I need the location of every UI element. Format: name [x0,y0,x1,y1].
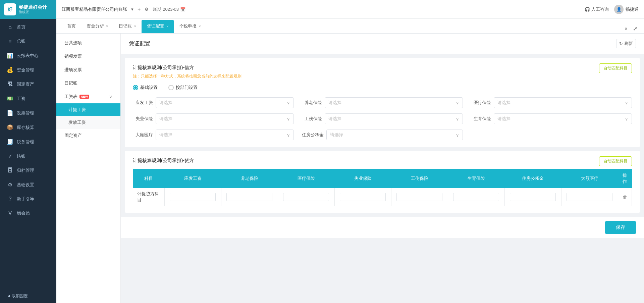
expand-button[interactable]: ⤢ [632,24,639,33]
tab-voucher-close[interactable]: × [166,24,168,28]
left-nav-payroll-group[interactable]: 工资表 NEW ∨ [56,90,120,103]
left-nav-sales-invoice[interactable]: 销项发票 [56,50,120,63]
select-zhufang[interactable]: 请选择 ∨ [326,130,463,140]
sidebar-item-salary[interactable]: 💵 工资 [0,91,56,106]
left-nav-journal[interactable]: 日记账 [56,77,120,90]
input-shiye-credit[interactable] [340,193,386,201]
content-area: 公共选项 销项发票 进项发票 日记账 工资表 NEW ∨ 计提工资 [56,34,644,303]
close-period-icon: ✓ [7,153,13,159]
user-name: 畅捷通 [626,6,639,12]
avatar-icon: 👤 [616,7,622,12]
input-gongshang-credit[interactable] [396,193,442,201]
sidebar-item-ledger[interactable]: ≡ 总账 [0,34,56,48]
new-badge: NEW [79,95,89,99]
tab-voucher-config[interactable]: 凭证配置 × [142,20,174,33]
sidebar-item-fund[interactable]: 💰 资金管理 [0,63,56,77]
input-yifa-credit[interactable] [170,193,216,201]
input-shengyu-credit[interactable] [453,193,499,201]
delete-row-button[interactable]: 🗑 [623,194,627,200]
td-action: 🗑 [618,188,632,206]
input-zhufang-credit[interactable] [510,193,556,201]
left-nav-pay-label: 发放工资 [68,120,86,125]
sidebar-item-label: 税务管理 [17,139,34,145]
td-gongshang-credit[interactable] [391,188,448,206]
tabbar: 首页 资金分析 × 日记账 × 凭证配置 × 个税申报 × × ⤢ [56,19,644,34]
select-gongshang[interactable]: 请选择 ∨ [325,113,463,124]
archive-icon: 🗄 [7,167,13,173]
radio-basic-circle [133,85,138,90]
chevron-down-icon: ∨ [625,116,628,121]
select-shiye[interactable]: 请选择 ∨ [156,113,294,124]
sidebar-item-label: 云报表中心 [17,53,39,59]
left-nav-fixed-assets[interactable]: 固定资产 [56,129,120,142]
user-menu[interactable]: 👤 畅捷通 [614,5,639,14]
td-shengyu-credit[interactable] [448,188,504,206]
td-yifa-credit[interactable] [164,188,221,206]
input-yiliao-credit[interactable] [283,193,329,201]
tab-tax[interactable]: 个税申报 × [174,20,206,33]
credit-section-title: 计提核算规则(公司承担)-贷方 [133,158,632,164]
sidebar-item-inventory[interactable]: 📦 库存核算 [0,120,56,135]
tabbar-actions: × ⤢ [623,24,639,33]
tab-journal[interactable]: 日记账 × [113,20,141,33]
tab-home[interactable]: 首页 [62,20,81,33]
debit-section: 计提核算规则(公司承担)-借方 注：只能选择一种方式，系统将按照您当前的选择来配… [125,58,640,147]
tab-fund-label: 资金分析 [87,23,104,29]
credit-table: 科目 应发工资 养老保险 医疗保险 失业保险 工伤保险 生育保险 住房公积金 大… [133,169,632,206]
sidebar: 好 畅捷通好会计 旗舰版 ⌂ 首页 ≡ 总账 📊 云报表中心 💰 资金管理 🏗 … [0,0,56,303]
refresh-button[interactable]: ↻ 刷新 [616,39,636,48]
tab-fund-analysis[interactable]: 资金分析 × [81,20,113,33]
tab-fund-close[interactable]: × [106,24,108,28]
left-nav-purchase-invoice[interactable]: 进项发票 [56,63,120,77]
td-yiliao-credit[interactable] [278,188,334,206]
left-nav-sales-label: 销项发票 [64,53,82,59]
close-tab-button[interactable]: × [623,24,629,33]
select-shengyu[interactable]: 请选择 ∨ [494,113,632,124]
sidebar-item-vip[interactable]: V 畅会员 [0,206,56,220]
input-daejiliao-credit[interactable] [567,193,612,201]
settings-button[interactable]: ⚙ [145,7,149,12]
td-zhufang-credit[interactable] [504,188,561,206]
th-gongshang: 工伤保险 [391,169,448,188]
service-button[interactable]: 🎧 人工咨询 [585,6,609,12]
tab-journal-close[interactable]: × [134,24,136,28]
company-dropdown[interactable]: ▾ [131,7,133,12]
field-daejiliao: 大额医疗 请选择 ∨ [133,130,294,140]
select-gongshang-placeholder: 请选择 [328,116,341,122]
chevron-down-icon: ∨ [456,133,459,138]
auto-match-debit-button[interactable]: 自动匹配科目 [599,63,632,73]
left-nav-pay-salary[interactable]: 发放工资 [56,116,120,129]
td-yanglao-credit[interactable] [221,188,278,206]
radio-basic[interactable]: 基础设置 [133,85,158,91]
select-daejiliao-placeholder: 请选择 [159,132,172,138]
sidebar-item-settings[interactable]: ⚙ 基础设置 [0,178,56,192]
select-yanglao[interactable]: 请选择 ∨ [325,97,463,108]
select-daejiliao[interactable]: 请选择 ∨ [156,130,294,140]
add-company-button[interactable]: + [138,6,141,12]
sidebar-item-invoice[interactable]: 📄 发票管理 [0,106,56,120]
period-selector[interactable]: 账期 2023-03 📅 [153,6,185,12]
left-nav-public[interactable]: 公共选项 [56,36,120,50]
ledger-icon: ≡ [7,38,13,44]
tab-tax-close[interactable]: × [199,24,201,28]
left-nav-accrue-salary[interactable]: 计提工资 [56,103,120,116]
radio-department[interactable]: 按部门设置 [168,85,198,91]
sidebar-item-tax[interactable]: 🧾 税务管理 [0,135,56,149]
save-button[interactable]: 保存 [605,221,636,234]
td-daejiliao-credit[interactable] [561,188,618,206]
sidebar-item-assets[interactable]: 🏗 固定资产 [0,77,56,91]
sidebar-item-archive[interactable]: 🗄 归档管理 [0,163,56,178]
sidebar-item-guide[interactable]: ? 新手引导 [0,192,56,206]
page-content: 凭证配置 ↻ 刷新 计提核算规则(公司承担)-借方 注：只能选择一种方式，系统将… [121,34,644,303]
field-yanglao: 养老保险 请选择 ∨ [302,97,463,108]
td-shiye-credit[interactable] [334,188,391,206]
sidebar-item-home[interactable]: ⌂ 首页 [0,20,56,34]
sidebar-item-close[interactable]: ✓ 结账 [0,149,56,163]
select-yiliao[interactable]: 请选择 ∨ [494,97,632,108]
select-yiliao-placeholder: 请选择 [497,100,511,106]
select-yifa[interactable]: 请选择 ∨ [156,97,294,108]
sidebar-toggle[interactable]: ◄ 取消固定 [0,289,56,303]
sidebar-item-report[interactable]: 📊 云报表中心 [0,48,56,63]
input-yanglao-credit[interactable] [226,193,272,201]
auto-match-credit-button[interactable]: 自动匹配科目 [599,156,632,166]
